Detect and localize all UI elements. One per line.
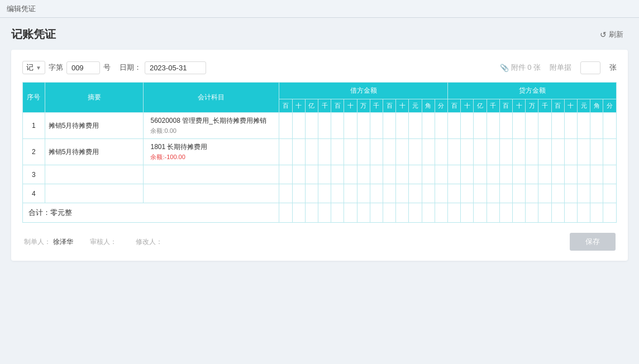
digit-cell[interactable]	[318, 184, 331, 203]
digit-cell[interactable]	[499, 139, 512, 165]
row-summary[interactable]	[45, 184, 144, 203]
digit-cell[interactable]	[357, 165, 370, 184]
digit-cell[interactable]	[435, 113, 447, 139]
digit-cell[interactable]	[292, 139, 305, 165]
digit-cell[interactable]	[370, 139, 383, 165]
digit-cell[interactable]	[435, 139, 447, 165]
row-summary[interactable]: 摊销5月待摊费用	[45, 113, 144, 139]
digit-cell[interactable]	[344, 139, 357, 165]
digit-cell[interactable]	[396, 113, 409, 139]
zhang-input[interactable]	[580, 61, 600, 74]
digit-cell[interactable]	[344, 184, 357, 203]
digit-cell[interactable]	[305, 113, 318, 139]
digit-cell[interactable]	[422, 184, 435, 203]
digit-cell[interactable]	[538, 165, 551, 184]
digit-cell[interactable]	[513, 113, 526, 139]
digit-cell[interactable]	[279, 139, 292, 165]
digit-cell[interactable]	[344, 165, 357, 184]
digit-cell[interactable]	[474, 184, 487, 203]
digit-cell[interactable]	[474, 165, 487, 184]
digit-cell[interactable]	[305, 184, 318, 203]
row-summary[interactable]	[45, 165, 144, 184]
digit-cell[interactable]	[292, 184, 305, 203]
digit-cell[interactable]	[331, 165, 344, 184]
digit-cell[interactable]	[383, 184, 395, 203]
digit-cell[interactable]	[461, 165, 474, 184]
digit-cell[interactable]	[603, 165, 617, 184]
digit-cell[interactable]	[435, 184, 447, 203]
digit-cell[interactable]	[513, 184, 526, 203]
date-input[interactable]	[145, 61, 206, 74]
digit-cell[interactable]	[344, 113, 357, 139]
digit-cell[interactable]	[370, 113, 383, 139]
row-account[interactable]: 56020008 管理费用_长期待摊费用摊销余额:0.00	[144, 113, 279, 139]
digit-cell[interactable]	[409, 139, 422, 165]
digit-cell[interactable]	[499, 165, 512, 184]
digit-cell[interactable]	[331, 184, 344, 203]
digit-cell[interactable]	[564, 165, 577, 184]
digit-cell[interactable]	[487, 113, 499, 139]
digit-cell[interactable]	[499, 113, 512, 139]
digit-cell[interactable]	[577, 184, 590, 203]
row-account[interactable]	[144, 165, 279, 184]
digit-cell[interactable]	[279, 184, 292, 203]
digit-cell[interactable]	[551, 139, 564, 165]
digit-cell[interactable]	[603, 113, 617, 139]
row-account[interactable]	[144, 184, 279, 203]
digit-cell[interactable]	[526, 184, 538, 203]
digit-cell[interactable]	[409, 184, 422, 203]
digit-cell[interactable]	[318, 165, 331, 184]
digit-cell[interactable]	[279, 165, 292, 184]
digit-cell[interactable]	[603, 184, 617, 203]
digit-cell[interactable]	[409, 113, 422, 139]
digit-cell[interactable]	[435, 165, 447, 184]
type-select[interactable]: 记 ▼	[22, 61, 45, 74]
digit-cell[interactable]	[513, 165, 526, 184]
attach-single-label[interactable]: 附单据	[550, 63, 571, 73]
digit-cell[interactable]	[538, 184, 551, 203]
digit-cell[interactable]	[448, 139, 461, 165]
digit-cell[interactable]	[603, 139, 617, 165]
voucher-number-input[interactable]	[66, 61, 100, 74]
digit-cell[interactable]	[422, 113, 435, 139]
digit-cell[interactable]	[551, 165, 564, 184]
digit-cell[interactable]	[577, 113, 590, 139]
digit-cell[interactable]	[513, 139, 526, 165]
digit-cell[interactable]	[487, 184, 499, 203]
digit-cell[interactable]	[383, 113, 395, 139]
digit-cell[interactable]	[396, 139, 409, 165]
row-summary[interactable]: 摊销5月待摊费用	[45, 139, 144, 165]
digit-cell[interactable]	[318, 113, 331, 139]
digit-cell[interactable]	[526, 113, 538, 139]
digit-cell[interactable]	[422, 139, 435, 165]
digit-cell[interactable]	[331, 139, 344, 165]
digit-cell[interactable]	[461, 139, 474, 165]
digit-cell[interactable]	[461, 184, 474, 203]
digit-cell[interactable]	[487, 165, 499, 184]
digit-cell[interactable]	[499, 184, 512, 203]
digit-cell[interactable]	[577, 139, 590, 165]
digit-cell[interactable]	[370, 184, 383, 203]
digit-cell[interactable]	[357, 184, 370, 203]
digit-cell[interactable]	[590, 139, 603, 165]
digit-cell[interactable]	[357, 113, 370, 139]
digit-cell[interactable]	[590, 113, 603, 139]
attach-link[interactable]: 📎 附件 0 张	[500, 63, 541, 73]
digit-cell[interactable]	[448, 184, 461, 203]
digit-cell[interactable]	[538, 139, 551, 165]
digit-cell[interactable]	[383, 165, 395, 184]
digit-cell[interactable]	[590, 184, 603, 203]
digit-cell[interactable]	[526, 165, 538, 184]
digit-cell[interactable]	[551, 113, 564, 139]
digit-cell[interactable]	[564, 139, 577, 165]
digit-cell[interactable]	[564, 184, 577, 203]
digit-cell[interactable]	[409, 165, 422, 184]
digit-cell[interactable]	[305, 139, 318, 165]
digit-cell[interactable]	[279, 113, 292, 139]
digit-cell[interactable]	[487, 139, 499, 165]
refresh-button[interactable]: ↺ 刷新	[595, 27, 628, 42]
digit-cell[interactable]	[396, 184, 409, 203]
digit-cell[interactable]	[577, 165, 590, 184]
digit-cell[interactable]	[474, 113, 487, 139]
digit-cell[interactable]	[461, 113, 474, 139]
